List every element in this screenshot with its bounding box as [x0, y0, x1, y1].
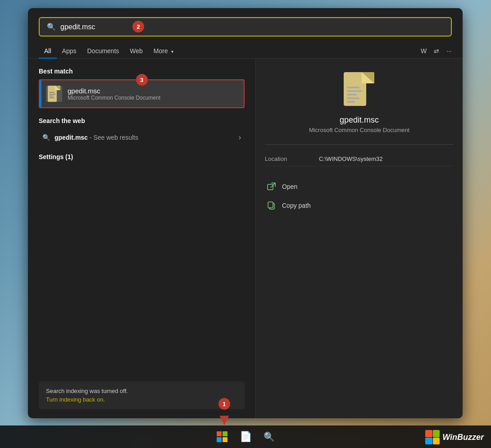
svg-rect-15 — [268, 202, 273, 208]
settings-label: Settings (1) — [39, 153, 245, 160]
svg-rect-10 — [347, 94, 357, 96]
web-result-text: gpedit.msc - See web results — [55, 134, 234, 141]
bottom-notice: Search indexing was turned off. Turn ind… — [39, 381, 245, 409]
svg-rect-2 — [49, 92, 55, 93]
windows-logo-icon — [217, 431, 227, 442]
tab-web[interactable]: Web — [124, 44, 148, 58]
svg-rect-11 — [347, 97, 359, 99]
tab-more[interactable]: More ▾ — [148, 44, 179, 58]
web-result-chevron-icon: › — [239, 133, 241, 142]
winbuzzer-branding: WinBuzzer — [425, 430, 484, 444]
copy-icon — [267, 201, 277, 210]
tab-apps[interactable]: Apps — [57, 44, 82, 58]
more-dots-button[interactable]: ··· — [446, 47, 452, 55]
right-panel-title: gpedit.msc — [340, 115, 379, 125]
best-match-subtitle: Microsoft Common Console Document — [68, 95, 160, 101]
best-match-item[interactable]: 3 gpedit.msc Mic — [39, 79, 245, 108]
more-chevron-icon: ▾ — [171, 49, 173, 54]
search-icon: 🔍 — [47, 23, 56, 31]
tab-documents[interactable]: Documents — [82, 44, 124, 58]
right-panel-subtitle: Microsoft Common Console Document — [309, 127, 409, 133]
search-bar-wrapper: 🔍 gpedit.msc 2 — [28, 8, 463, 41]
left-panel: Best match 3 — [28, 59, 255, 418]
search-web-label: Search the web — [39, 117, 245, 124]
share-icon-button[interactable]: ⇄ — [434, 47, 439, 55]
best-match-text: gpedit.msc Microsoft Common Console Docu… — [68, 87, 160, 101]
svg-rect-5 — [49, 97, 55, 98]
copy-path-action[interactable]: Copy path — [265, 196, 454, 215]
winbuzzer-text: WinBuzzer — [442, 433, 484, 442]
svg-rect-12 — [347, 101, 355, 103]
location-value: C:\WINDOWS\system32 — [319, 155, 383, 162]
file-explorer-icon: 📄 — [240, 431, 252, 443]
start-menu: 🔍 gpedit.msc 2 All Apps Documents Web Mo… — [28, 8, 463, 418]
left-spacer — [39, 162, 245, 381]
search-web-icon: 🔍 — [42, 134, 50, 141]
copy-path-label: Copy path — [282, 202, 311, 209]
indexing-link[interactable]: Turn indexing back on. — [46, 396, 237, 403]
svg-rect-4 — [49, 96, 54, 96]
step3-badge: 3 — [136, 74, 148, 86]
taskbar: 📄 🔍 — [0, 425, 491, 448]
large-file-icon — [341, 72, 377, 108]
open-icon — [267, 182, 277, 192]
search-input-text: gpedit.msc — [60, 23, 444, 31]
location-row: Location C:\WINDOWS\system32 — [265, 152, 454, 166]
svg-rect-3 — [49, 94, 55, 95]
svg-rect-8 — [347, 87, 359, 88]
active-indicator — [40, 80, 41, 107]
open-label: Open — [282, 183, 297, 190]
body-area: Best match 3 — [28, 59, 463, 418]
search-bar[interactable]: 🔍 gpedit.msc — [39, 17, 452, 37]
step2-badge: 2 — [132, 21, 144, 32]
file-explorer-button[interactable]: 📄 — [236, 427, 255, 447]
search-taskbar-button[interactable]: 🔍 — [259, 427, 279, 447]
user-initial-button[interactable]: W — [421, 47, 427, 55]
open-action[interactable]: Open — [265, 177, 454, 196]
tab-all[interactable]: All — [39, 44, 57, 58]
best-match-title: gpedit.msc — [68, 87, 160, 95]
start-button[interactable] — [212, 427, 232, 447]
winbuzzer-icon — [425, 430, 440, 444]
svg-rect-9 — [347, 90, 362, 92]
gpedit-file-icon — [46, 86, 62, 102]
search-taskbar-icon: 🔍 — [264, 431, 275, 442]
tabs-right-buttons: W ⇄ ··· — [421, 47, 452, 55]
location-label: Location — [265, 155, 319, 162]
tabs-bar: All Apps Documents Web More ▾ W ⇄ ··· — [28, 41, 463, 59]
right-panel: gpedit.msc Microsoft Common Console Docu… — [255, 59, 463, 418]
notice-text: Search indexing was turned off. — [46, 388, 237, 394]
svg-rect-13 — [268, 184, 273, 190]
web-result-item[interactable]: 🔍 gpedit.msc - See web results › — [39, 129, 245, 146]
divider-1 — [265, 144, 454, 145]
